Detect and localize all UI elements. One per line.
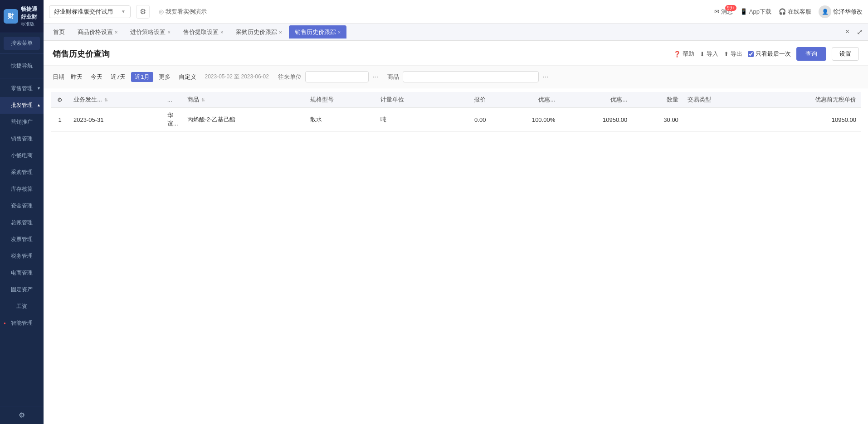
- tab-sale-price[interactable]: 售价提取设置 ×: [177, 25, 229, 39]
- table-body: 1 2023-05-31 华谊... 丙烯酸-2-乙基己酯 散水 吨 0.00 …: [51, 108, 861, 132]
- sidebar-item-assets[interactable]: 固定资产: [0, 281, 44, 298]
- sidebar-item-ledger[interactable]: 总账管理: [0, 214, 44, 231]
- date-opt-today[interactable]: 今天: [88, 72, 105, 82]
- import-link[interactable]: ⬇ 导入: [700, 50, 718, 58]
- message-icon: ✉: [714, 8, 719, 15]
- tab-home[interactable]: 首页: [47, 25, 71, 39]
- date-options: 昨天 今天 近7天 近1月 更多 自定义: [68, 72, 199, 82]
- sidebar-item-label: 资金管理: [11, 202, 33, 210]
- sidebar-item-purchase[interactable]: 采购管理: [0, 164, 44, 181]
- demo-icon: ◎: [159, 8, 164, 15]
- cell-discount2: 10950.00: [560, 108, 632, 132]
- date-opt-more[interactable]: 更多: [156, 72, 173, 82]
- sidebar-item-invoice[interactable]: 发票管理: [0, 231, 44, 248]
- col-discount1-label: 优惠...: [538, 96, 555, 103]
- tab-sale-history-close[interactable]: ×: [338, 29, 341, 35]
- demo-button[interactable]: ◎ 我要看实例演示: [159, 8, 207, 16]
- col-price[interactable]: 报价: [446, 92, 491, 108]
- from-unit-input[interactable]: [305, 71, 369, 82]
- col-more[interactable]: ...: [163, 92, 183, 108]
- only-last-checkbox[interactable]: [748, 51, 754, 57]
- cell-biz-date: 2023-05-31: [69, 108, 163, 132]
- tab-strategy-close[interactable]: ×: [167, 29, 170, 35]
- user-avatar: 👤: [819, 5, 831, 18]
- col-pretax-price[interactable]: 优惠前无税单价: [753, 92, 861, 108]
- online-service-button[interactable]: 🎧 在线客服: [779, 8, 811, 16]
- date-opt-yesterday[interactable]: 昨天: [68, 72, 85, 82]
- col-discount1[interactable]: 优惠...: [490, 92, 560, 108]
- cell-pretax-price: 10950.00: [753, 108, 861, 132]
- maximize-window-button[interactable]: ⤢: [855, 27, 864, 37]
- messages-badge: 99+: [725, 5, 736, 11]
- sidebar-item-inventory[interactable]: 库存核算: [0, 181, 44, 198]
- topbar-actions: ✉ 消息 99+ 📱 App下载 🎧 在线客服 👤 徐泽华修改: [714, 5, 863, 18]
- user-profile[interactable]: 👤 徐泽华修改: [819, 5, 863, 18]
- sidebar-item-sales[interactable]: 销售管理: [0, 130, 44, 147]
- from-unit-dots[interactable]: ···: [372, 73, 378, 81]
- sidebar-item-ecommerce[interactable]: 电商管理: [0, 265, 44, 281]
- date-opt-last1m[interactable]: 近1月: [131, 72, 153, 82]
- import-icon: ⬇: [700, 51, 705, 58]
- table-container: ⚙ 业务发生... ⇅ ... 商品 ⇅: [44, 92, 868, 132]
- help-label: 帮助: [683, 50, 694, 58]
- topbar-gear-button[interactable]: ⚙: [136, 5, 150, 19]
- search-menu-button[interactable]: 搜索菜单: [4, 37, 40, 50]
- col-gear[interactable]: ⚙: [51, 92, 69, 108]
- export-link[interactable]: ⬆ 导出: [724, 50, 742, 58]
- sidebar-item-tax[interactable]: 税务管理: [0, 248, 44, 265]
- sidebar-item-ecommerce-small[interactable]: 小畅电商: [0, 147, 44, 164]
- col-biz-date[interactable]: 业务发生... ⇅: [69, 92, 163, 108]
- table-row: 1 2023-05-31 华谊... 丙烯酸-2-乙基己酯 散水 吨 0.00 …: [51, 108, 861, 132]
- sidebar-item-smart[interactable]: 智能管理: [0, 315, 44, 332]
- sidebar-item-salary[interactable]: 工资: [0, 298, 44, 315]
- tab-price-close[interactable]: ×: [115, 29, 117, 35]
- sidebar-item-finance[interactable]: 资金管理: [0, 198, 44, 214]
- sidebar-item-marketing[interactable]: 营销推广: [0, 114, 44, 130]
- tab-purchase-history-close[interactable]: ×: [279, 29, 282, 35]
- messages-button[interactable]: ✉ 消息 99+: [714, 8, 733, 16]
- settings-button[interactable]: 设置: [832, 47, 859, 61]
- close-window-button[interactable]: ×: [844, 27, 851, 37]
- tab-purchase-history[interactable]: 采购历史价跟踪 ×: [230, 25, 288, 39]
- tab-price-label: 商品价格设置: [78, 28, 113, 36]
- settings-icon[interactable]: ⚙: [19, 411, 25, 419]
- sidebar-item-retail[interactable]: 零售管理: [0, 80, 44, 97]
- page-title: 销售历史价查询: [53, 48, 110, 59]
- col-discount2[interactable]: 优惠...: [560, 92, 632, 108]
- product-dots[interactable]: ···: [542, 73, 548, 81]
- tab-price[interactable]: 商品价格设置 ×: [72, 25, 123, 39]
- from-unit-filter: 往来单位 ···: [278, 71, 378, 82]
- col-trade-type[interactable]: 交易类型: [683, 92, 753, 108]
- app-download-label: App下载: [749, 8, 771, 16]
- sidebar-item-label: 销售管理: [11, 135, 33, 143]
- sidebar-item-quick-nav[interactable]: 快捷导航: [4, 58, 40, 74]
- tab-strategy[interactable]: 进价策略设置 ×: [124, 25, 176, 39]
- product-input[interactable]: [403, 71, 539, 82]
- sidebar-item-wholesale[interactable]: 批发管理: [0, 97, 44, 114]
- help-link[interactable]: ❓ 帮助: [673, 50, 694, 58]
- app-logo-icon: 财: [4, 9, 18, 24]
- import-label: 导入: [707, 50, 718, 58]
- query-button[interactable]: 查询: [796, 47, 826, 61]
- tab-sale-price-close[interactable]: ×: [220, 29, 223, 35]
- company-selector[interactable]: 好业财标准版交付试用 ▼: [49, 5, 131, 18]
- app-download-button[interactable]: 📱 App下载: [740, 8, 771, 16]
- sidebar-footer: ⚙: [0, 406, 44, 424]
- mobile-icon: 📱: [740, 8, 747, 15]
- col-spec[interactable]: 规格型号: [306, 92, 375, 108]
- date-opt-custom[interactable]: 自定义: [176, 72, 199, 82]
- sidebar-item-label: 工资: [16, 303, 27, 310]
- gear-icon: ⚙: [140, 7, 146, 16]
- col-unit[interactable]: 计量单位: [376, 92, 446, 108]
- col-qty[interactable]: 数量: [632, 92, 683, 108]
- date-range-display: 2023-05-02 至 2023-06-02: [205, 73, 268, 81]
- only-last-checkbox-label: 只看最后一次: [748, 50, 791, 58]
- date-opt-last7[interactable]: 近7天: [108, 72, 128, 82]
- tab-sale-history[interactable]: 销售历史价跟踪 ×: [289, 25, 346, 39]
- sidebar-item-label: 固定资产: [11, 286, 33, 294]
- username-label: 徐泽华修改: [833, 8, 863, 16]
- sidebar-item-label: 零售管理: [11, 85, 33, 92]
- col-product[interactable]: 商品 ⇅: [183, 92, 306, 108]
- tab-sale-price-label: 售价提取设置: [183, 28, 219, 36]
- sidebar-item-label: 营销推广: [11, 118, 33, 126]
